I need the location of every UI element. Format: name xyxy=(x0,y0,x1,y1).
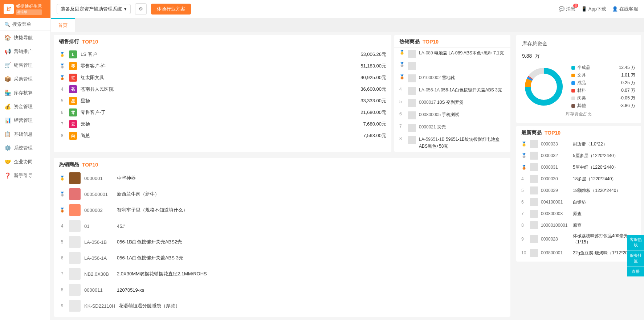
sidebar-item-sales[interactable]: 🛒 销售管理 xyxy=(0,58,50,72)
settings-button[interactable]: ⚙ xyxy=(135,3,147,15)
latest-name: 18多层（1220*2440） xyxy=(573,176,636,182)
hot-product-item: 🥉 0000002 智利车子里（规格不知道填什么） xyxy=(54,202,510,218)
tab-bar: 首页 xyxy=(51,18,644,32)
phone-icon: 📱 xyxy=(581,6,587,12)
tab-home[interactable]: 首页 xyxy=(51,18,75,32)
legend-value: -0.05 万 xyxy=(614,95,635,101)
online-service-button[interactable]: 👤 在线客服 xyxy=(612,6,638,12)
rank-number: 5 xyxy=(59,239,65,245)
system-selector[interactable]: 装备及固定资产辅助管理系统 ▾ xyxy=(57,4,131,14)
rank-amount: 36,600.00元 xyxy=(360,86,386,93)
legend-item: 其他 -3.86 万 xyxy=(571,103,635,109)
app-download-label: App下载 xyxy=(588,6,606,12)
rank-avatar: 尚 xyxy=(69,132,77,140)
svg-rect-9 xyxy=(69,236,81,248)
product-name: 中华神器 xyxy=(117,175,505,181)
hot-goods-name: 10S 变刹罗煲 xyxy=(437,100,464,105)
hot-goods-code: 0000017 xyxy=(419,100,436,105)
hot-goods-list: 🥇 LA-089 电池盖 LA-089 ABS本色+黑种 7.1克 🥈 🥉 00… xyxy=(394,48,510,152)
hot-goods-title: 热销商品 TOP10 xyxy=(394,35,510,48)
latest-item: 8 10000100001 原查 xyxy=(516,220,641,231)
svg-rect-1 xyxy=(408,62,416,70)
product-name: 智利车子里（规格不知道填什么） xyxy=(117,207,505,213)
search-menu-label: 搜索菜单 xyxy=(12,21,31,28)
inventory-panel: 库存总资金 9.88 万 xyxy=(516,35,641,123)
rank-amount: 7,680.00元 xyxy=(363,121,386,127)
rank-number: 6 xyxy=(59,110,65,115)
svg-rect-26 xyxy=(530,221,538,229)
marketing-icon: 📢 xyxy=(4,48,11,55)
logo-badge: 标准版 xyxy=(16,9,42,15)
latest-code: 10000100001 xyxy=(541,223,570,228)
svg-rect-21 xyxy=(530,163,538,171)
product-name: 12070519-xs xyxy=(117,287,505,293)
latest-name: 体械荔枝味苏打饮品400毫升（1*15） xyxy=(573,233,636,245)
latest-thumb xyxy=(530,163,538,171)
svg-rect-28 xyxy=(530,249,538,257)
sidebar-item-guide[interactable]: ❓ 新手引导 xyxy=(0,169,50,182)
sidebar-item-label: 采购管理 xyxy=(14,76,33,82)
latest-item: 9 0000028 体械荔枝味苏打饮品400毫升（1*15） xyxy=(516,231,641,247)
sales-ranking-title: 销售排行 TOP10 xyxy=(54,35,391,47)
hot-product-item: 9 KK-SD22110H 花语萌恒温分腿睡袋（厚款） xyxy=(54,298,510,314)
sales-rank-list: 🥇 L LS 客户 53,006.26元 🥈 零 零售客户-许 51,183.0… xyxy=(54,47,391,143)
rank-avatar: 星 xyxy=(69,97,77,105)
sidebar-item-home[interactable]: 🏠 快捷导航 xyxy=(0,31,50,45)
sidebar-item-system[interactable]: ⚙️ 系统管理 xyxy=(0,141,50,155)
gear-icon: ⚙ xyxy=(139,6,143,12)
rank-number: 🥉 xyxy=(59,75,65,80)
latest-item: 6 004100001 白钢垫 xyxy=(516,196,641,208)
search-icon: 🔍 xyxy=(4,22,10,27)
sidebar-item-collab[interactable]: 🤝 企业协同 xyxy=(0,155,50,169)
message-badge: 6 xyxy=(573,4,578,8)
svg-rect-5 xyxy=(408,111,416,119)
rank-avatar: 零 xyxy=(69,62,77,70)
product-name: 2.0X30MM双摆花轴摆花直径2.1MM/ROHS xyxy=(117,271,505,277)
hot-products-title-text: 热销商品 xyxy=(59,161,79,168)
hot-rank-number: 5 xyxy=(399,99,405,104)
latest-thumb xyxy=(530,249,538,257)
rank-number: 🥉 xyxy=(59,208,65,213)
sidebar-item-purchase[interactable]: 📦 采购管理 xyxy=(0,72,50,86)
latest-code: 0000031 xyxy=(541,165,570,170)
product-thumb xyxy=(69,252,81,264)
rank-number: 7 xyxy=(59,271,65,276)
sales-ranking-panel: 销售排行 TOP10 🥇 L LS 客户 53,006.26元 🥈 零 零售客户… xyxy=(54,35,391,152)
latest-name: 5厘多层（1220*2440） xyxy=(573,153,636,159)
latest-code: 000800008 xyxy=(541,211,570,216)
latest-code: 003800001 xyxy=(541,250,570,255)
hot-products-list: 🥇 0000001 中华神器 🥈 000500001 新西兰牛肉（新牛） 🥉 0… xyxy=(54,170,510,314)
hot-goods-thumb xyxy=(408,87,416,95)
float-btn-hotline[interactable]: 客服热线 xyxy=(627,235,644,251)
rank-name: 星扬 xyxy=(81,98,357,104)
rank-name: 零售客户-于 xyxy=(81,109,357,116)
sidebar-item-inventory[interactable]: 🏪 库存核算 xyxy=(0,86,50,100)
right-sidebar: 库存总资金 9.88 万 xyxy=(513,32,644,320)
legend-item: 肉类 -0.05 万 xyxy=(571,95,635,101)
latest-thumb xyxy=(530,175,538,183)
trial-button[interactable]: 体验行业方案 xyxy=(151,4,191,15)
latest-list: 🥇 0000033 封边带（1.0*22） 🥈 0000032 5厘多层（122… xyxy=(516,138,641,259)
hot-rank-number: 8 xyxy=(399,136,405,141)
svg-rect-22 xyxy=(530,175,538,183)
float-btn-community[interactable]: 服务社区 xyxy=(627,251,644,267)
product-thumb xyxy=(69,220,81,232)
hot-products-title: 热销商品 TOP10 xyxy=(54,158,510,170)
float-btn-live[interactable]: 直播 xyxy=(627,267,644,276)
sidebar-search-menu[interactable]: 🔍 搜索菜单 xyxy=(0,18,50,31)
sidebar-item-marketing[interactable]: 📢 营销推广 xyxy=(0,45,50,58)
legend-item: 半成品 12.45 万 xyxy=(571,65,635,71)
sidebar-item-operations[interactable]: 📊 经营管理 xyxy=(0,114,50,127)
sidebar-item-label: 销售管理 xyxy=(14,62,33,69)
inventory-icon: 🏪 xyxy=(4,90,11,96)
hot-product-item: 6 LA-056-1A 056-1A白色按键开关盖ABS 3壳 xyxy=(54,250,510,266)
product-thumb xyxy=(69,188,81,200)
latest-item: 4 0000030 18多层（1220*2440） xyxy=(516,173,641,185)
sales-title-text: 销售排行 xyxy=(59,38,79,45)
logo-app-name: 畅捷通好生意 xyxy=(16,3,42,9)
hot-goods-name: 雪地靴 xyxy=(442,75,455,80)
sidebar-item-finance[interactable]: 💰 资金管理 xyxy=(0,100,50,114)
app-download-button[interactable]: 📱 App下载 xyxy=(581,6,606,12)
message-button[interactable]: 💬 消息 6 xyxy=(559,6,575,12)
sidebar-item-basics[interactable]: 📋 基础信息 xyxy=(0,127,50,141)
